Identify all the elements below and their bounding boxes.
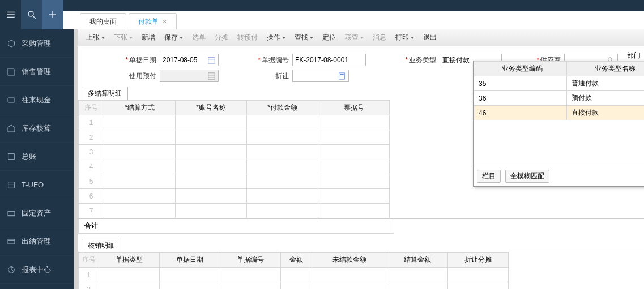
columns-button[interactable]: 栏目 xyxy=(477,170,501,183)
nav-tufo[interactable]: T-UFO xyxy=(0,171,74,199)
table-row[interactable]: 2 xyxy=(79,130,390,145)
col-rownum: 序号 xyxy=(79,101,104,115)
apportion-button: 分摊 xyxy=(215,33,228,42)
preconvert-button: 转预付 xyxy=(237,33,258,42)
nav-ar-cash[interactable]: 往来现金 xyxy=(0,86,74,114)
prev-button[interactable]: 上张 xyxy=(86,33,105,42)
col-docno: 单据编号 xyxy=(220,253,281,268)
nav-purchase[interactable]: 采购管理 xyxy=(0,29,74,58)
main: 上张 下张 新增 保存 选单 分摊 转预付 操作 查找 定位 联查 消息 打印 … xyxy=(74,29,644,289)
tab-desktop[interactable]: 我的桌面 xyxy=(80,13,126,30)
save-button[interactable]: 保存 xyxy=(164,33,183,42)
nav-inventory[interactable]: 库存核算 xyxy=(0,114,74,143)
chevron-down-icon xyxy=(101,37,105,39)
use-prepay-label: 使用预付 xyxy=(101,71,160,81)
gutter xyxy=(74,29,78,289)
tab-settlement-detail[interactable]: 多结算明细 xyxy=(82,87,128,100)
grid-icon[interactable] xyxy=(207,71,216,80)
col-rownum2: 序号 xyxy=(79,253,99,268)
popup-row[interactable]: 35普通付款 xyxy=(474,76,645,91)
chevron-down-icon xyxy=(129,37,133,39)
nav-fixed-asset[interactable]: 固定资产 xyxy=(0,199,74,227)
popup-col-code: 业务类型编码 xyxy=(474,62,567,76)
table-row[interactable]: 1 xyxy=(79,268,509,282)
search-icon[interactable] xyxy=(21,0,42,29)
titlebar: 我的桌面 付款单✕ xyxy=(0,0,644,29)
tab-desktop-label: 我的桌面 xyxy=(89,17,117,27)
doc-no-input[interactable]: FK-2017-08-0001 xyxy=(292,54,366,66)
col-unsettled: 未结款金额 xyxy=(312,253,387,268)
table-row[interactable]: 6 xyxy=(79,189,390,204)
popup-row[interactable]: 46直接付款 xyxy=(474,106,645,120)
tab-writeoff-detail[interactable]: 核销明细 xyxy=(82,239,121,252)
svg-rect-9 xyxy=(8,239,15,244)
nav-sales[interactable]: 销售管理 xyxy=(0,58,74,86)
exit-button[interactable]: 退出 xyxy=(423,33,437,42)
nav-cashier[interactable]: 出纳管理 xyxy=(0,227,74,256)
new-button[interactable]: 新增 xyxy=(142,33,155,42)
use-prepay-input[interactable] xyxy=(160,70,219,82)
svg-rect-18 xyxy=(208,72,214,79)
col-settle-method: *结算方式 xyxy=(104,101,176,115)
table-row[interactable]: 5 xyxy=(79,174,390,189)
svg-rect-8 xyxy=(8,211,15,215)
doc-date-input[interactable]: 2017-08-05 xyxy=(160,54,219,66)
svg-rect-4 xyxy=(8,98,15,102)
discount-input[interactable] xyxy=(292,70,349,82)
table-row[interactable]: 1 xyxy=(79,115,390,130)
popup-table: 业务类型编码业务类型名称 35普通付款 36预付款 46直接付款 xyxy=(474,61,644,120)
col-settle-amt: 结算金额 xyxy=(387,253,447,268)
query-button[interactable]: 查找 xyxy=(295,33,313,42)
operate-button[interactable]: 操作 xyxy=(267,33,285,42)
table-row[interactable]: 7 xyxy=(79,204,390,218)
nav-gl[interactable]: 总账 xyxy=(0,143,74,171)
calculator-icon[interactable] xyxy=(337,71,346,80)
next-button: 下张 xyxy=(114,33,133,42)
nav-report[interactable]: 报表中心 xyxy=(0,256,74,284)
table-row[interactable]: 3 xyxy=(79,145,390,159)
match-mode-combo[interactable]: 全模糊匹配 xyxy=(505,170,549,183)
discount-label: 折让 xyxy=(247,71,292,81)
doc-date-label: *单据日期 xyxy=(101,55,160,65)
popup-row[interactable]: 36预付款 xyxy=(474,91,645,106)
svg-line-13 xyxy=(11,270,14,271)
writeoff-grid: 序号 单据类型 单据日期 单据编号 金额 未结款金额 结算金额 折让分摊 1 2 xyxy=(78,252,644,289)
col-billno: 票据号 xyxy=(318,101,390,115)
col-doctype: 单据类型 xyxy=(99,253,160,268)
tab-payment[interactable]: 付款单✕ xyxy=(129,13,177,30)
chevron-down-icon xyxy=(411,37,414,39)
chevron-down-icon xyxy=(360,37,364,39)
locate-button[interactable]: 定位 xyxy=(322,33,336,42)
doc-no-label: *单据编号 xyxy=(247,55,292,65)
calendar-icon[interactable] xyxy=(207,55,216,64)
col-amount: *付款金额 xyxy=(247,101,318,115)
table-row[interactable]: 2 xyxy=(79,282,509,290)
col-docdate: 单据日期 xyxy=(160,253,220,268)
link-button: 联查 xyxy=(345,33,364,42)
sum-row: 合计 xyxy=(78,219,394,234)
dept-label: 部门 xyxy=(627,51,641,61)
col-discount-apportion: 折让分摊 xyxy=(447,253,508,268)
chevron-down-icon xyxy=(180,37,183,39)
close-icon[interactable]: ✕ xyxy=(162,18,167,25)
select-button: 选单 xyxy=(192,33,206,42)
menu-icon[interactable] xyxy=(0,0,21,29)
biz-type-popup: 业务类型编码业务类型名称 35普通付款 36预付款 46直接付款 栏目 全模糊匹… xyxy=(473,61,644,187)
svg-rect-22 xyxy=(340,74,344,75)
svg-rect-6 xyxy=(8,182,15,188)
svg-rect-14 xyxy=(208,57,214,63)
col-account: *账号名称 xyxy=(176,101,247,115)
detail-tabs-2: 核销明细 xyxy=(78,238,644,252)
popup-col-name: 业务类型名称 xyxy=(566,62,644,76)
chevron-down-icon xyxy=(310,37,313,39)
biz-type-label: *业务类型 xyxy=(394,55,440,65)
left-nav: 采购管理 销售管理 往来现金 库存核算 总账 T-UFO 固定资产 出纳管理 报… xyxy=(0,29,74,289)
toolbar: 上张 下张 新增 保存 选单 分摊 转预付 操作 查找 定位 联查 消息 打印 … xyxy=(78,29,644,46)
table-row[interactable]: 4 xyxy=(79,159,390,174)
add-icon[interactable] xyxy=(42,0,63,29)
message-button: 消息 xyxy=(373,33,386,42)
svg-rect-5 xyxy=(8,153,15,159)
print-button[interactable]: 打印 xyxy=(395,33,414,42)
popup-footer: 栏目 全模糊匹配 xyxy=(474,166,644,186)
svg-line-1 xyxy=(33,16,36,19)
